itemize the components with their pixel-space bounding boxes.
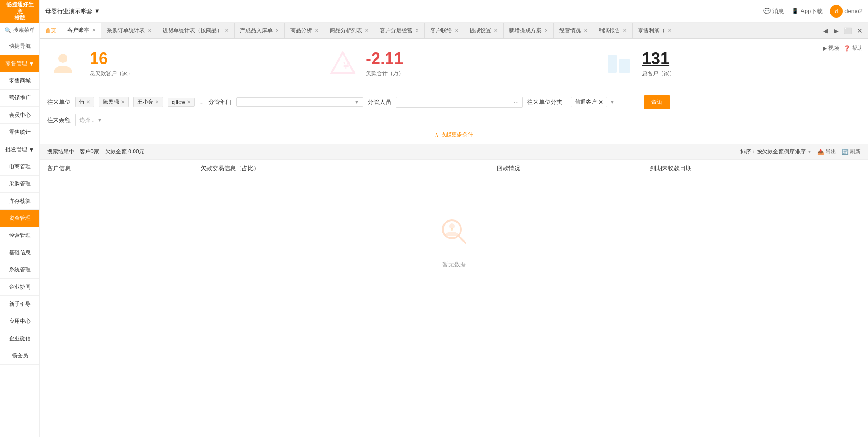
sidebar-item-finance[interactable]: 资金管理 (0, 210, 39, 227)
sidebar-item-wechat[interactable]: 企业微信 (0, 330, 39, 347)
tab-close-raise-settings[interactable]: ✕ (494, 28, 498, 33)
tab-accounts[interactable]: 客户账本 ✕ (62, 23, 101, 39)
filter-row-1: 往来单位 伍 ✕ 陈民强 ✕ 王小亮 ✕ cjttcw ✕ ... (47, 95, 861, 109)
stat-icon-total (603, 48, 635, 80)
purchase-order-tab-label: 采购订单统计表 (107, 27, 145, 34)
raise-settings-tab-label: 提成设置 (470, 27, 491, 34)
tab-profit-report[interactable]: 利润报告 ✕ (593, 23, 633, 39)
tab-operations[interactable]: 经营情况 ✕ (554, 23, 593, 39)
tab-close-all[interactable]: ✕ (855, 26, 864, 35)
product-analysis-tab-label: 商品分析 (290, 27, 312, 34)
video-help-link[interactable]: ▶ 视频 (823, 44, 839, 52)
tab-retail-profit[interactable]: 零售利润（ ✕ (633, 23, 677, 39)
sidebar-item-wholesale[interactable]: 批发管理 ▼ (0, 141, 39, 158)
tab-close-customer-tier[interactable]: ✕ (415, 28, 419, 33)
retail-profit-tab-label: 零售利润（ (638, 27, 665, 34)
sidebar-item-ecommerce[interactable]: 电商管理 (0, 158, 39, 176)
tab-close-purchase-order[interactable]: ✕ (148, 28, 151, 33)
sidebar-item-vip[interactable]: 畅会员 (0, 347, 39, 365)
stat-info-debt: -2.11 欠款合计（万） (366, 51, 404, 77)
empty-text: 暂无数据 (442, 261, 466, 269)
tab-close-retail-profit[interactable]: ✕ (668, 28, 671, 33)
stat-block-total: 131 总客户（家） ▶ 视频 ❓ 帮助 (592, 39, 868, 89)
table-empty-row: 暂无数据 (40, 177, 868, 305)
tab-inbound-stats[interactable]: 进货单统计表（按商品） ✕ (157, 23, 235, 39)
tab-bar: 首页 客户账本 ✕ 采购订单统计表 ✕ 进货单统计表（按商品） ✕ 产成品入库单… (40, 23, 868, 39)
sidebar-item-guide[interactable]: 新手引导 (0, 296, 39, 313)
tab-scroll-left[interactable]: ◀ (821, 26, 830, 35)
tab-customer-tier[interactable]: 客户分层经营 ✕ (374, 23, 425, 39)
tab-raise-settings[interactable]: 提成设置 ✕ (464, 23, 504, 39)
sidebar-item-marketing[interactable]: 营销推广 (0, 90, 39, 107)
filter-tag-cjttcw[interactable]: cjttcw ✕ (168, 98, 195, 107)
tab-close-customer-contact[interactable]: ✕ (455, 28, 458, 33)
remove-tag-wang[interactable]: ✕ (155, 100, 159, 104)
operations-tab-label: 经营情况 (559, 27, 581, 34)
sidebar-item-basics[interactable]: 基础信息 (0, 244, 39, 261)
filter-more-button[interactable]: ... (199, 99, 204, 105)
filter-area: 往来单位 伍 ✕ 陈民强 ✕ 王小亮 ✕ cjttcw ✕ ... (40, 89, 868, 144)
category-chevron-icon: ▼ (610, 100, 614, 104)
sidebar-item-apps[interactable]: 应用中心 (0, 313, 39, 330)
sidebar-item-retail-mall[interactable]: 零售商城 (0, 72, 39, 90)
user-menu[interactable]: d demo2 (830, 5, 863, 18)
new-raise-tab-label: 新增提成方案 (509, 27, 542, 34)
sidebar-item-operations[interactable]: 经营管理 (0, 227, 39, 244)
tab-close-accounts[interactable]: ✕ (92, 28, 96, 33)
message-button[interactable]: 💬 消息 (763, 7, 784, 15)
tab-close-inbound-stats[interactable]: ✕ (225, 28, 229, 33)
sidebar: 畅捷通好生意 标版 🔍 搜索菜单 快捷导航 零售管理 ▼ 零售商城 营销推广 会… (0, 0, 40, 437)
tab-production-inbound[interactable]: 产成品入库单 ✕ (235, 23, 285, 39)
balance-chevron-icon: ▼ (97, 118, 102, 123)
collapse-button[interactable]: ∧ 收起更多条件 (47, 131, 861, 138)
sidebar-item-retail-mgmt[interactable]: 零售管理 ▼ (0, 55, 39, 72)
tab-close-production-inbound[interactable]: ✕ (275, 28, 279, 33)
tab-maximize[interactable]: ⬜ (842, 26, 854, 35)
app-logo: 畅捷通好生意 标版 (0, 0, 39, 23)
tab-close-profit-report[interactable]: ✕ (623, 28, 627, 33)
refresh-button[interactable]: 🔄 刷新 (842, 148, 861, 156)
tab-purchase-order[interactable]: 采购订单统计表 ✕ (101, 23, 157, 39)
sidebar-item-retail-stats[interactable]: 零售统计 (0, 124, 39, 141)
balance-input[interactable]: 选择... ▼ (75, 114, 129, 126)
tab-home[interactable]: 首页 (40, 23, 62, 39)
tab-product-analysis-list[interactable]: 商品分析列表 ✕ (324, 23, 374, 39)
tab-close-new-raise[interactable]: ✕ (544, 28, 548, 33)
stat-info-total: 131 总客户（家） (642, 51, 675, 77)
filter-tag-wang[interactable]: 王小亮 ✕ (133, 97, 163, 107)
query-button[interactable]: 查询 (644, 95, 670, 109)
remove-tag-chen[interactable]: ✕ (121, 100, 125, 104)
tab-product-analysis[interactable]: 商品分析 ✕ (285, 23, 324, 39)
remove-tag-wu[interactable]: ✕ (86, 100, 90, 104)
category-dropdown[interactable]: 普通客户 ✕ ▼ (567, 95, 639, 109)
empty-icon (436, 214, 472, 256)
export-button[interactable]: 📤 导出 (817, 148, 836, 156)
account-selector[interactable]: 母婴行业演示帐套 ▼ (45, 7, 100, 15)
filter-tag-chen[interactable]: 陈民强 ✕ (99, 97, 129, 107)
sidebar-item-member[interactable]: 会员中心 (0, 107, 39, 124)
tab-scroll-right[interactable]: ▶ (832, 26, 840, 35)
remove-category-tag[interactable]: ✕ (599, 99, 603, 105)
doc-help-link[interactable]: ❓ 帮助 (844, 44, 863, 52)
expand-icon-wholesale: ▼ (29, 147, 34, 153)
filter-tag-wu[interactable]: 伍 ✕ (75, 97, 94, 107)
search-menu-button[interactable]: 🔍 搜索菜单 (3, 26, 37, 34)
quick-nav-button[interactable]: 快捷导航 (0, 38, 39, 55)
sidebar-item-inventory[interactable]: 库存核算 (0, 193, 39, 210)
dept-dropdown[interactable]: ▼ (236, 97, 363, 107)
tab-customer-contact[interactable]: 客户联络 ✕ (425, 23, 464, 39)
remove-tag-cjttcw[interactable]: ✕ (187, 100, 191, 104)
sidebar-item-purchase[interactable]: 采购管理 (0, 176, 39, 193)
tab-close-operations[interactable]: ✕ (584, 28, 587, 33)
app-download-button[interactable]: 📱 App下载 (791, 7, 823, 15)
tab-new-raise[interactable]: 新增提成方案 ✕ (504, 23, 554, 39)
category-tag-normal[interactable]: 普通客户 ✕ (571, 97, 607, 107)
sidebar-item-enterprise[interactable]: 企业协同 (0, 279, 39, 296)
sort-select[interactable]: 排序：按欠款金额倒序排序 ▼ (740, 148, 812, 156)
sidebar-item-system[interactable]: 系统管理 (0, 261, 39, 279)
person-dropdown[interactable]: ··· (396, 97, 523, 108)
sidebar-search-section[interactable]: 🔍 搜索菜单 (0, 23, 39, 38)
col-customer-info: 客户信息 (40, 160, 193, 177)
tab-close-product-analysis-list[interactable]: ✕ (365, 28, 369, 33)
tab-close-product-analysis[interactable]: ✕ (315, 28, 318, 33)
